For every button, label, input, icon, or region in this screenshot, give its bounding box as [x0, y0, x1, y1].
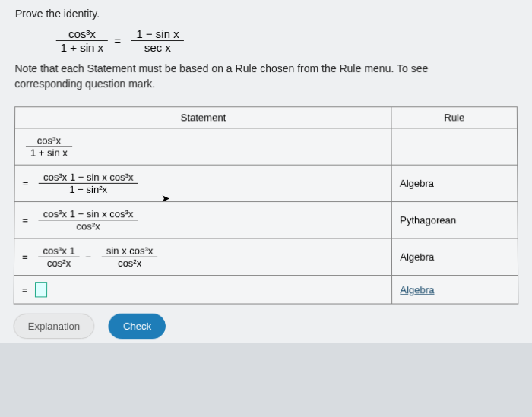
rule-link[interactable]: Algebra: [400, 284, 434, 295]
table-row: cos³x 1 + sin x: [14, 128, 518, 165]
explanation-button[interactable]: Explanation: [13, 314, 94, 339]
header-statement: Statement: [15, 107, 392, 128]
instruction-note: Note that each Statement must be based o…: [14, 62, 517, 91]
table-row: = cos³x 1 − sin x cos³x cos²x Pythagorea…: [14, 202, 518, 239]
check-button[interactable]: Check: [109, 314, 166, 339]
table-row: = Algebra: [14, 276, 518, 304]
answer-input[interactable]: [35, 282, 47, 297]
page-title: Prove the identity.: [15, 8, 517, 20]
table-row: = cos³x 1 − sin x cos³x 1 − sin²x Algebr…: [14, 165, 518, 201]
rule-cell[interactable]: Algebra: [391, 165, 518, 201]
proof-table: Statement Rule cos³x 1 + sin x = cos³x 1…: [14, 106, 519, 304]
rule-cell[interactable]: Pythagorean: [392, 202, 518, 239]
rule-cell[interactable]: Algebra: [392, 239, 518, 276]
table-row: = cos³x 1 cos²x − sin x cos³x cos²x Alge…: [14, 239, 518, 276]
identity-equation: cos³x 1 + sin x = 1 − sin x sec x: [53, 27, 518, 54]
header-rule: Rule: [391, 107, 517, 128]
